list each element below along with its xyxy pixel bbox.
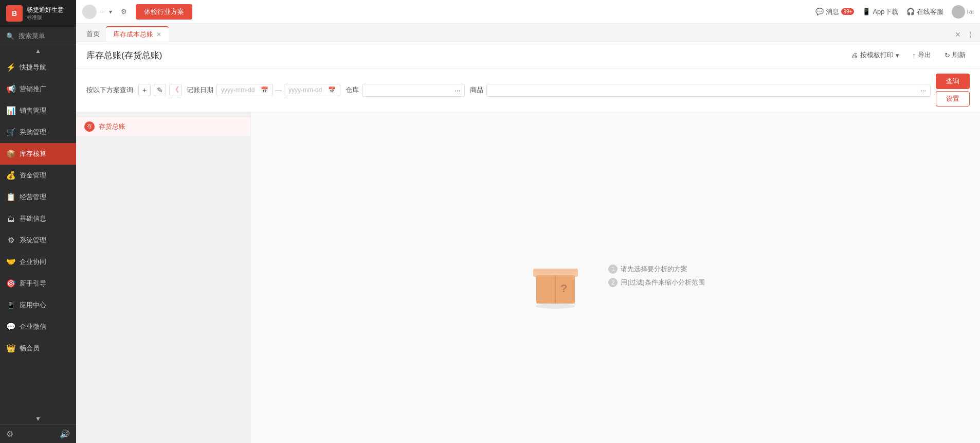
app-download-btn[interactable]: 📱 App下载 [862,7,898,16]
export-btn[interactable]: ↑ 导出 [909,48,936,62]
operations-icon: 📋 [6,192,15,202]
wechat-icon: 💬 [6,322,15,331]
warehouse-select[interactable]: ··· [362,84,465,97]
online-service-btn[interactable]: 🎧 在线客服 [906,7,943,16]
filter-buttons: 查询 设置 [936,74,970,107]
topbar-user-right[interactable]: Rit [952,5,974,19]
sidebar-item-quick-nav[interactable]: ⚡ 快捷导航 [0,57,76,78]
sales-icon: 📊 [6,106,15,115]
main-content: ··· ▾ ⚙ 体验行业方案 💬 消息 99+ 📱 App下载 🎧 在线客服 R [76,0,980,443]
filter-collapse-btn[interactable]: 《 [169,84,182,96]
print-icon: 🖨 [851,51,858,59]
tab-expand-btn[interactable]: ⟩ [965,29,976,40]
topbar-left: ··· ▾ ⚙ 体验行业方案 [82,4,192,20]
settings-filter-btn[interactable]: 设置 [936,91,970,107]
topbar-right: 💬 消息 99+ 📱 App下载 🎧 在线客服 Rit [815,5,974,19]
topbar-settings-btn[interactable]: ⚙ [116,4,132,20]
messages-badge: 99+ [841,8,854,15]
system-icon: ⚙ [6,236,15,245]
sidebar-item-purchase[interactable]: 🛒 采购管理 [0,121,76,143]
date-start-input[interactable]: yyyy-mm-dd 📅 [216,84,273,96]
sidebar: B 畅捷通好生意 标准版 🔍 搜索菜单 ▲ ⚡ 快捷导航 📢 营销推广 📊 销售… [0,0,76,443]
sidebar-item-cooperation[interactable]: 🤝 企业协同 [0,251,76,273]
service-icon: 🎧 [906,8,915,15]
basic-icon: 🗂 [6,215,15,223]
main-area: 存 存货总账 [76,112,980,443]
product-select[interactable]: ··· [486,84,931,97]
sidebar-item-wechat[interactable]: 💬 企业微信 [0,316,76,338]
cooperation-icon: 🤝 [6,257,15,267]
filter-add-btn[interactable]: + [138,84,151,96]
sidebar-item-app-center[interactable]: 📱 应用中心 [0,294,76,316]
svg-point-5 [536,304,575,309]
sidebar-item-sales[interactable]: 📊 销售管理 [0,100,76,121]
audio-bottom-icon[interactable]: 🔊 [60,429,70,439]
tab-close-panel-btn[interactable]: ✕ [951,29,965,40]
empty-svg: ? [526,247,588,309]
sidebar-item-member[interactable]: 👑 畅会员 [0,338,76,359]
sidebar-search[interactable]: 🔍 搜索菜单 [0,27,76,45]
user-avatar-right [952,5,965,19]
user-avatar-top [82,5,97,19]
sidebar-item-finance[interactable]: 💰 资金管理 [0,165,76,186]
sidebar-item-basic[interactable]: 🗂 基础信息 [0,208,76,229]
sidebar-item-operations[interactable]: 📋 经营管理 [0,186,76,208]
scheme-item-icon: 存 [84,121,95,132]
marketing-icon: 📢 [6,84,15,94]
member-icon: 👑 [6,344,15,353]
scheme-item-inventory[interactable]: 存 存货总账 [76,117,250,136]
logo-icon: B [6,5,23,22]
topbar-user-area: ··· [82,5,105,19]
step2-num: 2 [608,278,618,287]
sidebar-scroll-up[interactable]: ▲ [35,46,41,56]
tabs-bar: 首页 库存成本总账 ✕ ✕ ⟩ [76,24,980,42]
filter-edit-btn[interactable]: ✎ [154,84,166,96]
filter-actions: + ✎ 《 [138,84,182,96]
date-end-input[interactable]: yyyy-mm-dd 📅 [284,84,340,96]
page-title: 库存总账(存货总账) [86,49,162,67]
empty-illustration: ? [526,247,588,309]
sidebar-item-marketing[interactable]: 📢 营销推广 [0,78,76,100]
logo-text: 畅捷通好生意 标准版 [27,6,64,21]
settings-bottom-icon[interactable]: ⚙ [6,429,13,439]
query-btn[interactable]: 查询 [936,74,970,89]
warehouse-more-icon: ··· [455,86,460,94]
topbar: ··· ▾ ⚙ 体验行业方案 💬 消息 99+ 📱 App下载 🎧 在线客服 R [76,0,980,24]
tab-inventory-ledger[interactable]: 库存成本总账 ✕ [106,26,169,42]
quick-nav-icon: ⚡ [6,63,15,72]
panel-header-actions: 🖨 按模板打印 ▾ ↑ 导出 ↻ 刷新 [847,48,970,68]
sidebar-bottom: ⚙ 🔊 [0,424,76,443]
industry-btn[interactable]: 体验行业方案 [136,4,192,20]
sidebar-scroll-down[interactable]: ▼ [35,414,41,423]
tab-home[interactable]: 首页 [80,26,106,42]
inventory-icon: 📦 [6,149,15,158]
export-icon: ↑ [913,51,916,59]
messages-btn[interactable]: 💬 消息 99+ [815,7,854,16]
product-more-icon: ··· [920,86,926,94]
svg-text:?: ? [560,282,567,295]
filter-warehouse-field: 仓库 ··· [346,84,465,97]
sidebar-item-guide[interactable]: 🎯 新手引导 [0,273,76,294]
filter-product-field: 商品 ··· [470,84,931,97]
empty-hints: 1 请先选择要分析的方案 2 用[过滤]条件来缩小分析范围 [608,264,704,291]
topbar-dropdown-btn[interactable]: ▾ [109,8,112,15]
date-input-group: yyyy-mm-dd 📅 — yyyy-mm-dd 📅 [216,84,340,96]
tab-close-btn[interactable]: ✕ [156,31,161,38]
calendar-start-icon: 📅 [261,86,268,94]
finance-icon: 💰 [6,171,15,180]
filter-bar: 按以下方案查询 + ✎ 《 记账日期 yyyy-mm-dd 📅 — yyyy-m… [76,68,980,112]
content-panel: 库存总账(存货总账) 🖨 按模板打印 ▾ ↑ 导出 ↻ 刷新 按以下方案查询 [76,42,980,443]
refresh-btn[interactable]: ↻ 刷新 [940,48,970,62]
phone-icon: 📱 [862,8,870,15]
sidebar-item-system[interactable]: ⚙ 系统管理 [0,229,76,251]
app-center-icon: 📱 [6,300,15,310]
empty-state: ? 1 请先选择要分析的方案 2 用[过滤]条件来缩小分析范围 [251,112,980,443]
print-btn[interactable]: 🖨 按模板打印 ▾ [847,48,903,62]
step1-num: 1 [608,264,618,274]
filter-date-field: 记账日期 yyyy-mm-dd 📅 — yyyy-mm-dd 📅 [187,84,340,96]
sidebar-nav: ⚡ 快捷导航 📢 营销推广 📊 销售管理 🛒 采购管理 📦 库存核算 💰 资金管… [0,57,76,413]
calendar-end-icon: 📅 [328,86,336,94]
sidebar-item-inventory[interactable]: 📦 库存核算 [0,143,76,165]
panel-header: 库存总账(存货总账) 🖨 按模板打印 ▾ ↑ 导出 ↻ 刷新 [76,42,980,68]
filter-label: 按以下方案查询 [86,85,133,95]
